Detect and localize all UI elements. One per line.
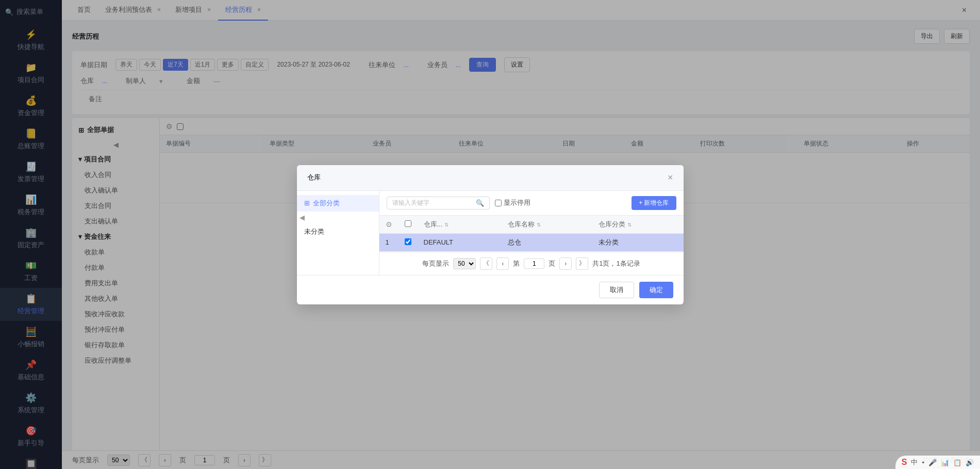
modal-actions: 取消 确定: [297, 275, 684, 304]
modal-pagination: 每页显示 50 《 ‹ 第 页 › 》 共1页，1条记录: [379, 252, 684, 275]
row-code: DEFAULT: [418, 233, 502, 251]
sort-icon-cat[interactable]: ⇅: [627, 222, 632, 228]
bottom-taskbar: S 中 • 🎤 📊 📋 🔊: [895, 456, 980, 469]
add-warehouse-button[interactable]: + 新增仓库: [632, 196, 676, 210]
modal-per-page-label: 每页显示: [422, 259, 449, 268]
taskbar-logo: S: [902, 458, 907, 467]
taskbar-icon2: 📊: [941, 459, 949, 466]
col-warehouse-name: 仓库名称 ⇅: [502, 216, 592, 234]
sort-icon-name[interactable]: ⇅: [537, 222, 541, 228]
show-disabled-checkbox[interactable]: [495, 200, 502, 206]
modal-table-area: ⚙ 仓库... ⇅ 仓库名称 ⇅ 仓库分类 ⇅ 1 DEFA: [379, 216, 684, 252]
modal-select-all[interactable]: [405, 220, 411, 227]
col-warehouse-category: 仓库分类 ⇅: [592, 216, 683, 234]
row-name: 总仓: [502, 233, 592, 251]
taskbar-icon1: 中: [911, 458, 918, 467]
modal-prev-page[interactable]: ‹: [496, 257, 509, 270]
taskbar-icon3: 📋: [953, 459, 961, 466]
taskbar-dot: •: [922, 459, 924, 466]
modal-close-button[interactable]: ×: [668, 172, 673, 183]
tree-collapse-btn[interactable]: ◀: [297, 212, 307, 223]
grid2-icon: ⊞: [304, 199, 310, 207]
tree-all-label: 全部分类: [313, 199, 340, 208]
row-check-input[interactable]: [405, 238, 411, 245]
modal-toolbar: 🔍 显示停用 + 新增仓库: [379, 191, 684, 216]
modal-tree: ⊞ 全部分类 ◀ 未分类: [297, 191, 379, 275]
modal-page-prefix: 第: [513, 259, 520, 268]
modal-table: ⚙ 仓库... ⇅ 仓库名称 ⇅ 仓库分类 ⇅ 1 DEFA: [379, 216, 684, 252]
modal-next-page[interactable]: ›: [559, 257, 572, 270]
table-row[interactable]: 1 DEFAULT 总仓 未分类: [379, 233, 684, 251]
col-check: [398, 216, 418, 234]
modal-page-suffix: 页: [549, 259, 555, 268]
modal-first-page[interactable]: 《: [480, 257, 492, 270]
modal-search-box[interactable]: 🔍: [387, 197, 490, 209]
taskbar-icon4: 🔊: [966, 459, 974, 466]
cancel-button[interactable]: 取消: [599, 282, 634, 298]
show-disabled-text: 显示停用: [504, 198, 530, 207]
show-disabled-label[interactable]: 显示停用: [495, 198, 530, 207]
row-checkbox[interactable]: [398, 233, 418, 251]
confirm-button[interactable]: 确定: [639, 282, 673, 298]
modal-title: 仓库: [307, 173, 321, 182]
warehouse-modal: 仓库 × ⊞ 全部分类 ◀ 未分类: [297, 165, 684, 304]
col-warehouse-code: 仓库... ⇅: [418, 216, 502, 234]
search2-icon: 🔍: [476, 199, 484, 207]
modal-per-page-select[interactable]: 50: [453, 258, 476, 269]
modal-page-input[interactable]: [524, 258, 544, 269]
tree-unclassified-label: 未分类: [304, 227, 324, 236]
modal-header: 仓库 ×: [297, 165, 684, 191]
modal-search-input[interactable]: [392, 199, 474, 206]
modal-table-header: ⚙ 仓库... ⇅ 仓库名称 ⇅ 仓库分类 ⇅: [379, 216, 684, 234]
modal-body: ⊞ 全部分类 ◀ 未分类 🔍 显示停用: [297, 191, 684, 275]
row-gear: 1: [379, 233, 398, 251]
taskbar-mic: 🎤: [928, 459, 937, 466]
modal-right: 🔍 显示停用 + 新增仓库 ⚙: [379, 191, 684, 275]
col-gear: ⚙: [379, 216, 398, 234]
modal-total-text: 共1页，1条记录: [592, 259, 640, 268]
tree-unclassified[interactable]: 未分类: [297, 223, 379, 240]
sort-icon-code[interactable]: ⇅: [444, 222, 449, 228]
row-category: 未分类: [592, 233, 683, 251]
modal-backdrop: 仓库 × ⊞ 全部分类 ◀ 未分类: [0, 0, 980, 469]
tree-all[interactable]: ⊞ 全部分类: [297, 195, 379, 212]
gear-icon: ⚙: [386, 220, 392, 229]
modal-last-page[interactable]: 》: [576, 257, 588, 270]
